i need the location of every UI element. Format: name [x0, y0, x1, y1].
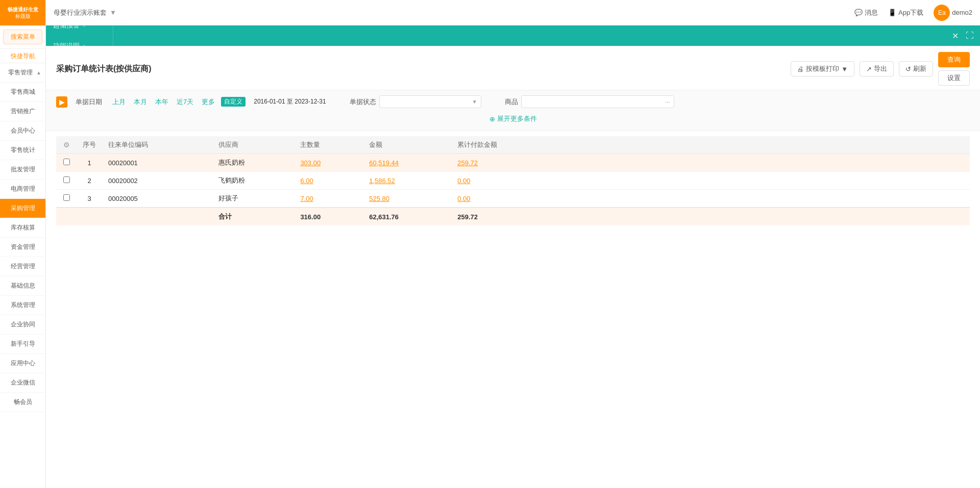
filter-row-1: ▶ 单据日期 上月 本月 本年 近7天 更多 自定义 2016-01-01 至 … [56, 95, 970, 108]
last-month-shortcut[interactable]: 上月 [110, 97, 128, 107]
logo-text: 畅捷通好生意 标题版 [8, 6, 38, 19]
page-content: 采购订单统计表(按供应商) 🖨 按模板打印 ▼ ↗ 导出 ↺ 刷新 查询 设置 [46, 46, 980, 488]
export-icon: ↗ [866, 65, 872, 73]
message-button[interactable]: 💬 消息 [854, 8, 878, 17]
sidebar-item-label-new-guide: 新手引导 [4, 340, 41, 348]
sidebar-item-ecommerce-mgmt[interactable]: 电商管理 [0, 179, 45, 199]
close-tab-button[interactable]: ✕ [950, 29, 961, 43]
print-icon: 🖨 [797, 65, 804, 73]
sidebar-item-label-fund-mgmt: 资金管理 [4, 243, 41, 251]
refresh-icon: ↺ [905, 65, 911, 73]
sidebar-item-label-marketing: 营销推广 [4, 107, 41, 116]
unit-code-column-header: 往来单位编码 [102, 136, 212, 154]
sidebar-item-inventory-check[interactable]: 库存核算 [0, 218, 45, 238]
sidebar-item-purchase-mgmt[interactable]: 采购管理 [0, 199, 45, 218]
row-supplier-2: 好孩子 [212, 190, 295, 208]
maximize-tab-button[interactable]: ⛶ [964, 29, 976, 42]
app-download-label: App下载 [898, 8, 923, 17]
row-empty-0 [561, 154, 970, 172]
export-button[interactable]: ↗ 导出 [860, 61, 894, 76]
index-column-header: 序号 [77, 136, 102, 154]
row-amount-2[interactable]: 525.80 [363, 190, 451, 208]
sidebar-item-ops-mgmt[interactable]: 经营管理 [0, 257, 45, 276]
more-dates-shortcut[interactable]: 更多 [200, 97, 217, 107]
message-label: 消息 [865, 8, 878, 17]
user-profile[interactable]: Ea demo2 [934, 5, 972, 21]
sidebar-item-fund-mgmt[interactable]: 资金管理 [0, 238, 45, 257]
top-right-actions: 💬 消息 📱 App下载 Ea demo2 [854, 5, 972, 21]
filter-area: ▶ 单据日期 上月 本月 本年 近7天 更多 自定义 2016-01-01 至 … [46, 90, 980, 131]
row-paid-amount-0[interactable]: 259.72 [451, 154, 561, 172]
tab-function-desc[interactable]: 功能说明× [46, 36, 113, 46]
footer-label: 合计 [212, 208, 295, 225]
this-month-shortcut[interactable]: 本月 [132, 97, 149, 107]
expand-more-button[interactable]: ⊕ 展开更多条件 [489, 112, 537, 125]
row-paid-amount-2[interactable]: 0.00 [451, 190, 561, 208]
tab-bar: 首页收发存汇总表×要货单统计表×可用量库存账本×保质期查询×超储预警×功能说明×… [46, 25, 980, 46]
row-checkbox-1[interactable] [56, 172, 77, 190]
workspace-dropdown-icon: ▼ [110, 9, 116, 16]
row-checkbox-2[interactable] [56, 190, 77, 208]
row-paid-amount-1[interactable]: 0.00 [451, 172, 561, 190]
data-table: ⚙ 序号 往来单位编码 供应商 主数量 金额 累计付款金额 100020001惠… [56, 136, 970, 225]
table-header: ⚙ 序号 往来单位编码 供应商 主数量 金额 累计付款金额 [56, 136, 970, 154]
sidebar-item-corp-collab[interactable]: 企业协同 [0, 315, 45, 335]
settings-button[interactable]: 设置 [938, 70, 970, 86]
workspace-name: 母婴行业演示账套 [54, 8, 107, 17]
table-footer: 合计 316.00 62,631.76 259.72 [56, 208, 970, 225]
tab-close-overstock-warning[interactable]: × [83, 25, 86, 29]
sidebar-item-member-center[interactable]: 会员中心 [0, 121, 45, 141]
sidebar-item-basic-info[interactable]: 基础信息 [0, 276, 45, 296]
status-select[interactable] [379, 95, 481, 108]
sidebar-search-area: 搜索菜单 [0, 25, 45, 49]
sidebar-item-label-app-center: 应用中心 [4, 359, 41, 368]
column-settings-icon[interactable]: ⚙ [63, 141, 70, 149]
this-year-shortcut[interactable]: 本年 [153, 97, 170, 107]
goods-input[interactable] [521, 95, 674, 108]
user-avatar: Ea [934, 5, 950, 21]
row-main-qty-2[interactable]: 7.00 [294, 190, 363, 208]
sidebar-item-vip-member[interactable]: 畅会员 [0, 393, 45, 412]
search-menu-button[interactable]: 搜索菜单 [3, 30, 42, 44]
sidebar-item-retail-mgmt[interactable]: 零售管理▲ [0, 63, 45, 83]
refresh-button[interactable]: ↺ 刷新 [899, 61, 933, 76]
row-main-qty-0[interactable]: 303.00 [294, 154, 363, 172]
status-filter-label: 单据状态 [350, 97, 376, 107]
sidebar-item-retail-store[interactable]: 零售商城 [0, 83, 45, 102]
sidebar-item-marketing[interactable]: 营销推广 [0, 102, 45, 121]
last-7-days-shortcut[interactable]: 近7天 [175, 97, 195, 107]
sidebar-item-label-purchase-mgmt: 采购管理 [4, 204, 41, 213]
app-download-button[interactable]: 📱 App下载 [888, 8, 923, 17]
custom-date-tag[interactable]: 自定义 [221, 97, 246, 107]
tab-overstock-warning[interactable]: 超储预警× [46, 25, 113, 36]
tab-items-container: 首页收发存汇总表×要货单统计表×可用量库存账本×保质期查询×超储预警×功能说明×… [46, 25, 113, 46]
sidebar-item-wholesale-mgmt[interactable]: 批发管理 [0, 160, 45, 179]
footer-main-qty: 316.00 [294, 208, 363, 225]
sidebar-item-retail-stats[interactable]: 零售统计 [0, 141, 45, 160]
row-main-qty-1[interactable]: 6.00 [294, 172, 363, 190]
message-icon: 💬 [854, 9, 863, 16]
sidebar-item-label-member-center: 会员中心 [4, 126, 41, 135]
goods-more-icon[interactable]: ··· [665, 98, 670, 106]
row-amount-1[interactable]: 1,586.52 [363, 172, 451, 190]
logo-area: 畅捷通好生意 标题版 [0, 0, 45, 25]
sidebar: 畅捷通好生意 标题版 搜索菜单 快捷导航 零售管理▲零售商城营销推广会员中心零售… [0, 0, 46, 488]
row-amount-0[interactable]: 60,519.44 [363, 154, 451, 172]
goods-filter-label: 商品 [505, 97, 518, 107]
sidebar-item-new-guide[interactable]: 新手引导 [0, 335, 45, 354]
sidebar-item-label-basic-info: 基础信息 [4, 281, 41, 290]
sidebar-item-corp-wechat[interactable]: 企业微信 [0, 373, 45, 393]
row-checkbox-0[interactable] [56, 154, 77, 172]
tab-close-function-desc[interactable]: × [83, 43, 86, 46]
filter-toggle-button[interactable]: ▶ [56, 96, 67, 108]
sidebar-item-label-vip-member: 畅会员 [4, 398, 41, 406]
sidebar-item-label-ecommerce-mgmt: 电商管理 [4, 185, 41, 193]
goods-filter: 商品 ··· [505, 95, 674, 108]
query-button[interactable]: 查询 [938, 52, 970, 67]
sidebar-item-label-ops-mgmt: 经营管理 [4, 262, 41, 271]
sidebar-item-system-mgmt[interactable]: 系统管理 [0, 296, 45, 315]
workspace-selector[interactable]: 母婴行业演示账套 ▼ [54, 8, 116, 17]
template-print-button[interactable]: 🖨 按模板打印 ▼ [791, 61, 854, 76]
sidebar-item-app-center[interactable]: 应用中心 [0, 354, 45, 373]
amount-column-header: 金额 [363, 136, 451, 154]
